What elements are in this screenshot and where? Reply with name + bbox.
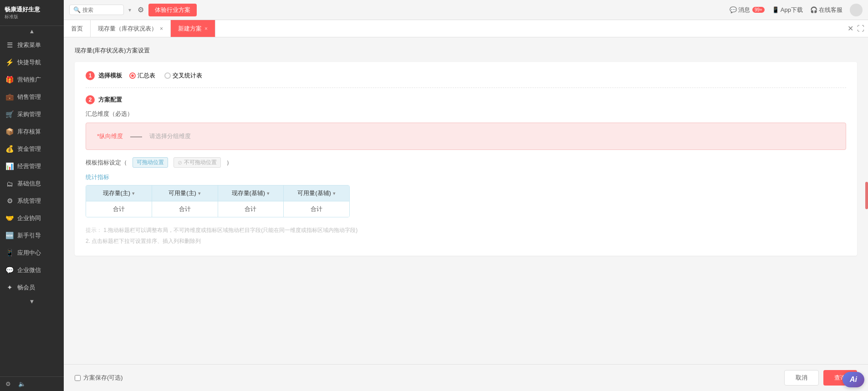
corp-coop-icon: 🤝 <box>5 214 14 222</box>
sidebar-item-sales[interactable]: 💼 销售管理 <box>0 88 64 106</box>
stats-col-header-0[interactable]: 现存量(主) ▾ <box>86 185 152 201</box>
closing-paren: ） <box>226 159 232 167</box>
sidebar-item-purchase[interactable]: 🛒 采购管理 <box>0 106 64 123</box>
sidebar-label: 营销推广 <box>17 76 41 84</box>
topbar-right: 💬 消息 99+ 📱 App下载 🎧 在线客服 <box>730 4 863 16</box>
sidebar-label: 快捷导航 <box>17 58 41 67</box>
sidebar-scroll-down[interactable]: ▼ <box>0 296 64 307</box>
sidebar-item-operations[interactable]: 📊 经营管理 <box>0 158 64 175</box>
section1-num: 1 <box>86 71 95 80</box>
sidebar-label: 销售管理 <box>17 93 41 101</box>
resize-handle[interactable] <box>865 182 868 209</box>
messages-badge: 99+ <box>752 7 765 13</box>
sidebar-item-corp-coop[interactable]: 🤝 企业协同 <box>0 210 64 227</box>
topbar-search-box[interactable]: 🔍 <box>69 5 124 15</box>
tab-new-plan-label: 新建方案 <box>178 25 202 33</box>
col-header-label-2: 现存量(基辅) <box>232 189 266 197</box>
sidebar-label: 系统管理 <box>17 197 41 205</box>
stats-col-header-2[interactable]: 现存量(基辅) ▾ <box>218 185 284 201</box>
app-download-label: App下载 <box>781 6 803 14</box>
dim-box[interactable]: *纵向维度 —— 请选择分组维度 <box>86 123 846 150</box>
page-title: 现存量(库存状况表)方案设置 <box>75 46 857 55</box>
section-divider <box>86 87 846 88</box>
base-info-icon: 🗂 <box>5 180 14 188</box>
save-option[interactable]: 方案保存(可选) <box>75 374 123 382</box>
radio-summary[interactable]: 汇总表 <box>129 72 155 80</box>
content-area: 现存量(库存状况表)方案设置 1 选择模板 汇总表 交叉统计表 <box>64 37 868 364</box>
trial-industry-button[interactable]: 体验行业方案 <box>148 4 197 16</box>
gear-icon[interactable]: ⚙ <box>138 5 144 14</box>
indicator-setting: 模板指标设定（ 可拖动位置 ⊘ 不可拖动位置 ） <box>86 157 846 168</box>
tabbar-expand-icon[interactable]: ⛶ <box>857 25 864 33</box>
col-chevron-1[interactable]: ▾ <box>198 190 201 196</box>
sidebar-item-new-guide[interactable]: 🆕 新手引导 <box>0 227 64 244</box>
sidebar-item-marketing[interactable]: 🎁 营销推广 <box>0 71 64 88</box>
tabbar: 首页 现存量（库存状况表） × 新建方案 × ✕ ⛶ <box>64 20 868 37</box>
sidebar-item-vip[interactable]: ✦ 畅会员 <box>0 279 64 296</box>
sidebar-bottom[interactable]: ⚙ 🔈 <box>0 376 64 391</box>
topbar-dropdown[interactable]: ▾ <box>128 7 131 13</box>
sidebar-item-quick-nav[interactable]: ⚡ 快捷导航 <box>0 54 64 71</box>
radio-cross-circle <box>164 72 171 79</box>
ai-button[interactable]: Ai <box>842 372 864 387</box>
tab-home[interactable]: 首页 <box>64 20 91 37</box>
settings-icon[interactable]: ⚙ <box>5 381 11 387</box>
sidebar-item-app-center[interactable]: 📱 应用中心 <box>0 244 64 262</box>
radio-cross-label: 交叉统计表 <box>173 72 202 80</box>
indicator-setting-label: 模板指标设定（ <box>86 159 127 167</box>
logo-sub: 标准版 <box>5 14 59 20</box>
sidebar-label: 应用中心 <box>17 249 41 257</box>
sidebar-label: 企业微信 <box>17 266 41 274</box>
sidebar-label: 新手引导 <box>17 232 41 240</box>
sidebar-item-search-menu[interactable]: ☰ 搜索菜单 <box>0 36 64 54</box>
stats-col-2: 现存量(基辅) ▾ 合计 <box>218 185 284 217</box>
stats-col-header-1[interactable]: 可用量(主) ▾ <box>152 185 218 201</box>
radio-summary-circle <box>129 72 136 79</box>
stats-col-header-3[interactable]: 可用量(基辅) ▾ <box>284 185 349 201</box>
vip-icon: ✦ <box>5 283 14 292</box>
sound-icon[interactable]: 🔈 <box>18 381 26 387</box>
sidebar-item-corp-wechat[interactable]: 💬 企业微信 <box>0 262 64 279</box>
col-chevron-3[interactable]: ▾ <box>333 190 336 196</box>
tab-inventory-close[interactable]: × <box>160 26 163 32</box>
online-service-label: 在线客服 <box>819 6 842 14</box>
col-chevron-2[interactable]: ▾ <box>267 190 270 196</box>
non-draggable-label: 不可拖动位置 <box>184 159 217 166</box>
summary-dim-label: 汇总维度（必选） <box>86 110 846 118</box>
dim-required: *纵向维度 <box>97 132 123 140</box>
cancel-button[interactable]: 取消 <box>784 370 819 386</box>
sidebar-item-inventory[interactable]: 📦 库存核算 <box>0 123 64 140</box>
messages-button[interactable]: 💬 消息 99+ <box>730 6 765 14</box>
radio-cross[interactable]: 交叉统计表 <box>164 72 202 80</box>
online-service-button[interactable]: 🎧 在线客服 <box>810 6 842 14</box>
quick-nav-icon: ⚡ <box>5 58 14 67</box>
col-chevron-0[interactable]: ▾ <box>132 190 135 196</box>
tab-new-plan[interactable]: 新建方案 × <box>171 20 215 37</box>
message-icon: 💬 <box>730 6 737 13</box>
sidebar-item-finance[interactable]: 💰 资金管理 <box>0 140 64 158</box>
service-icon: 🎧 <box>810 6 817 13</box>
col-header-label-3: 可用量(基辅) <box>297 189 331 197</box>
tabbar-close-icon[interactable]: ✕ <box>848 24 853 33</box>
search-input[interactable] <box>82 7 119 13</box>
stats-col-body-1: 合计 <box>152 201 218 217</box>
corp-wechat-icon: 💬 <box>5 266 14 274</box>
tab-inventory[interactable]: 现存量（库存状况表） × <box>91 20 171 37</box>
sidebar-label: 搜索菜单 <box>17 41 41 49</box>
col-header-label-0: 现存量(主) <box>103 189 131 197</box>
section1-header: 1 选择模板 汇总表 交叉统计表 <box>86 71 846 80</box>
save-option-checkbox[interactable] <box>75 375 81 381</box>
non-draggable-badge: ⊘ 不可拖动位置 <box>174 157 221 168</box>
stats-col-body-3: 合计 <box>284 201 349 217</box>
sidebar-item-base-info[interactable]: 🗂 基础信息 <box>0 175 64 192</box>
search-menu-icon: ☰ <box>5 41 14 49</box>
section1-label: 选择模板 <box>98 72 122 80</box>
sidebar-item-system[interactable]: ⚙ 系统管理 <box>0 192 64 210</box>
app-download-button[interactable]: 📱 App下载 <box>772 6 803 14</box>
sidebar-scroll-up[interactable]: ▲ <box>0 26 64 36</box>
tab-new-plan-close[interactable]: × <box>204 26 208 32</box>
avatar[interactable] <box>850 4 863 16</box>
col-header-label-1: 可用量(主) <box>168 189 196 197</box>
topbar: 🔍 ▾ ⚙ 体验行业方案 💬 消息 99+ 📱 App下载 🎧 在线客服 <box>64 0 868 20</box>
app-logo: 畅康通好生意 标准版 <box>0 0 64 26</box>
